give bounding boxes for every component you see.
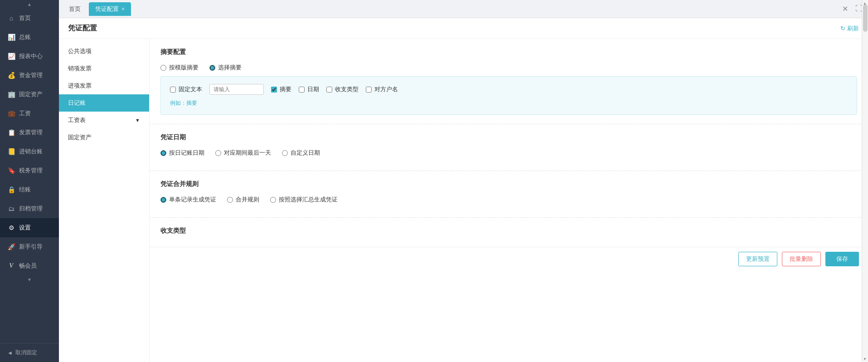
tab-close-icon[interactable]: × (121, 6, 125, 12)
body-layout: 公共选项 销项发票 进项发票 日记账 工资表 ▼ 固定资产 (59, 39, 868, 362)
sidebar-item-close[interactable]: 🔒 结账 (0, 180, 59, 199)
abstract-radio-select[interactable]: 选择摘要 (209, 64, 242, 72)
sidebar-item-tax[interactable]: 🔖 税务管理 (0, 161, 59, 180)
ledger-icon: 📊 (7, 34, 15, 41)
sidebar: ▲ ⌂ 首页 📊 总账 📈 报表中心 💰 资金管理 🏢 固定资产 💼 工资 📋 … (0, 0, 59, 362)
scroll-down-arrow[interactable]: ▼ (862, 356, 868, 362)
bottom-toolbar: 更新预置 批量删除 保存 (150, 247, 868, 271)
sidebar-item-archive[interactable]: 🗂 归档管理 (0, 199, 59, 218)
scrollbar[interactable]: ▲ ▼ (862, 39, 868, 362)
abstract-options-box: 固定文本 摘要 日期 (160, 76, 857, 115)
sidebar-scroll-up[interactable]: ▲ (0, 0, 59, 9)
sidebar-item-label: 工资 (19, 109, 31, 117)
close-window-icon[interactable]: ✕ (840, 4, 850, 14)
select-merge-radio-input[interactable] (270, 197, 276, 203)
tab-voucher-config[interactable]: 凭证配置 × (89, 2, 131, 16)
sidebar-unpin-button[interactable]: ◄ 取消固定 (0, 343, 59, 362)
guide-icon: 🚀 (7, 243, 15, 250)
counterparty-checkbox-label: 对方户名 (374, 85, 398, 93)
tab-bar-controls: ✕ ⛶ (840, 4, 864, 14)
abstract-radio-select-label: 选择摘要 (218, 64, 242, 72)
chevron-down-icon: ▼ (135, 117, 140, 123)
left-nav-item-payroll-table[interactable]: 工资表 ▼ (59, 112, 149, 129)
page-header: 凭证配置 ↻ 刷新 (59, 18, 868, 39)
abstract-checkbox-row: 固定文本 摘要 日期 (170, 84, 848, 95)
sidebar-item-member[interactable]: V 畅会员 (0, 256, 59, 275)
abstract-radio-template-input[interactable] (160, 65, 166, 71)
voucher-date-radio-journal[interactable]: 按日记账日期 (160, 149, 204, 157)
date-checkbox-label: 日期 (307, 85, 319, 93)
counterparty-checkbox-input[interactable] (366, 87, 372, 93)
sidebar-item-label: 归档管理 (19, 205, 43, 213)
voucher-date-radio-last-day[interactable]: 对应期间最后一天 (215, 149, 271, 157)
journal-date-radio-input[interactable] (160, 150, 166, 156)
abstract-radio-template-label: 按模版摘要 (169, 64, 199, 72)
sidebar-item-payroll[interactable]: 💼 工资 (0, 104, 59, 123)
page-title: 凭证配置 (68, 24, 97, 33)
sidebar-item-funds[interactable]: 💰 资金管理 (0, 66, 59, 85)
voucher-date-radio-custom[interactable]: 自定义日期 (282, 149, 320, 157)
single-record-radio-input[interactable] (160, 197, 166, 203)
settings-icon: ⚙ (7, 224, 15, 231)
left-nav-label: 日记账 (68, 99, 86, 107)
merge-radio-single[interactable]: 单条记录生成凭证 (160, 196, 216, 204)
close-account-icon: 🔒 (7, 186, 15, 193)
left-nav: 公共选项 销项发票 进项发票 日记账 工资表 ▼ 固定资产 (59, 39, 150, 362)
custom-date-radio-input[interactable] (282, 150, 288, 156)
sidebar-item-assets[interactable]: 🏢 固定资产 (0, 85, 59, 104)
sidebar-scroll-down[interactable]: ▼ (0, 275, 59, 284)
merge-rules-title: 凭证合并规则 (160, 180, 857, 188)
journal-date-label: 按日记账日期 (169, 149, 204, 157)
left-nav-item-sales-invoice[interactable]: 销项发票 (59, 60, 149, 77)
last-day-radio-input[interactable] (215, 150, 221, 156)
abstract-checkbox-date[interactable]: 日期 (299, 85, 319, 93)
funds-icon: 💰 (7, 72, 15, 79)
tab-voucher-config-label: 凭证配置 (95, 5, 119, 13)
date-checkbox-input[interactable] (299, 87, 305, 93)
merge-radio-merge[interactable]: 合并规则 (227, 196, 259, 204)
abstract-checkbox-label: 摘要 (280, 85, 291, 93)
sidebar-item-home[interactable]: ⌂ 首页 (0, 9, 59, 28)
tab-home-label: 首页 (69, 5, 81, 13)
sales-ledger-icon: 📒 (7, 148, 15, 155)
content-area: 凭证配置 ↻ 刷新 公共选项 销项发票 进项发票 日记账 (59, 18, 868, 362)
abstract-checkbox-abstract[interactable]: 摘要 (271, 85, 291, 93)
left-nav-item-public[interactable]: 公共选项 (59, 43, 149, 60)
right-content: 摘要配置 按模版摘要 选择摘要 (150, 39, 868, 362)
sidebar-item-guide[interactable]: 🚀 新手引导 (0, 237, 59, 256)
main-area: 首页 凭证配置 × ✕ ⛶ 凭证配置 ↻ 刷新 公共选项 (59, 0, 868, 362)
abstract-checkbox-payment-type[interactable]: 收支类型 (326, 85, 359, 93)
abstract-checkbox-fixed-text[interactable]: 固定文本 (170, 85, 202, 93)
payment-type-checkbox-label: 收支类型 (335, 85, 359, 93)
fixed-text-input[interactable] (209, 84, 264, 95)
left-nav-item-fixed-assets[interactable]: 固定资产 (59, 129, 149, 146)
sidebar-item-invoice-mgmt[interactable]: 📋 发票管理 (0, 123, 59, 142)
fixed-text-checkbox[interactable] (170, 87, 176, 93)
payroll-icon: 💼 (7, 110, 15, 117)
sidebar-item-sales-ledger[interactable]: 📒 进销台账 (0, 142, 59, 161)
left-nav-label: 固定资产 (68, 133, 92, 142)
left-nav-item-purchase-invoice[interactable]: 进项发票 (59, 77, 149, 94)
abstract-checkbox-input[interactable] (271, 87, 277, 93)
left-nav-item-journal[interactable]: 日记账 (59, 94, 149, 112)
abstract-radio-template[interactable]: 按模版摘要 (160, 64, 199, 72)
sidebar-item-reports[interactable]: 📈 报表中心 (0, 47, 59, 66)
payment-type-checkbox-input[interactable] (326, 87, 332, 93)
update-preview-button[interactable]: 更新预置 (738, 252, 777, 266)
sidebar-item-label: 新手引导 (19, 243, 43, 251)
merge-rules-radio-group: 单条记录生成凭证 合并规则 按照选择汇总生成凭证 (160, 196, 857, 204)
abstract-checkbox-counterparty[interactable]: 对方户名 (366, 85, 398, 93)
batch-delete-button[interactable]: 批量删除 (782, 252, 821, 266)
merge-radio-select-merge[interactable]: 按照选择汇总生成凭证 (270, 196, 338, 204)
merge-rule-radio-input[interactable] (227, 197, 233, 203)
left-nav-label: 工资表 (68, 116, 86, 124)
income-expense-title: 收支类型 (160, 227, 857, 235)
refresh-button[interactable]: ↻ 刷新 (840, 24, 859, 33)
sidebar-item-settings[interactable]: ⚙ 设置 (0, 218, 59, 237)
sidebar-item-label: 进销台账 (19, 147, 43, 156)
save-button[interactable]: 保存 (825, 252, 859, 266)
abstract-radio-select-input[interactable] (209, 65, 215, 71)
sidebar-item-ledger[interactable]: 📊 总账 (0, 28, 59, 47)
merge-rules-section: 凭证合并规则 单条记录生成凭证 合并规则 按照选择汇总生成凭证 (150, 171, 868, 218)
tab-home[interactable]: 首页 (63, 2, 87, 16)
